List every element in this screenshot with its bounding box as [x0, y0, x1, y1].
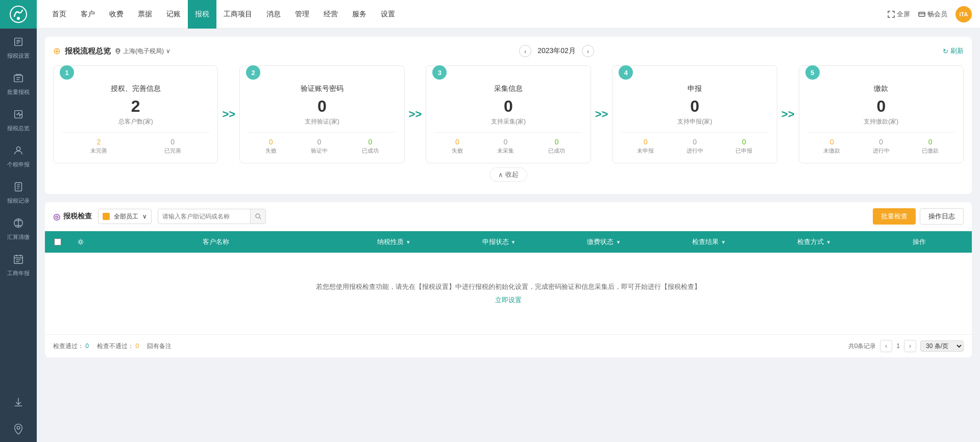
steps-container: 1 授权、完善信息 2 总客户数(家) 2 未完善 0 已完善	[53, 65, 964, 163]
step-title-2: 验证账号密码	[248, 84, 396, 93]
search-input[interactable]	[158, 213, 250, 220]
sidebar-label-tax-overview: 报税总览	[7, 125, 30, 132]
location-icon	[10, 421, 27, 437]
th-operation: 操作	[867, 231, 972, 253]
setup-link[interactable]: 立即设置	[495, 296, 522, 305]
step-num-3: 3	[432, 65, 447, 80]
sidebar-item-tax-settings[interactable]: 报税设置	[0, 29, 37, 65]
nav-accounting[interactable]: 记账	[159, 0, 188, 29]
filter-pay-icon[interactable]: ▼	[616, 239, 621, 245]
staff-filter-dropdown[interactable]: 全部员工 ∨	[98, 209, 152, 224]
stat-incomplete-label: 未完善	[90, 147, 107, 155]
filter-declare-icon[interactable]: ▼	[511, 239, 516, 245]
app-logo	[0, 0, 37, 29]
step-stats-2: 0 失败 0 验证中 0 已成功	[248, 132, 396, 155]
sidebar-item-batch-tax[interactable]: 批量报税	[0, 65, 37, 101]
sidebar-label-tax-settings: 报税设置	[7, 52, 30, 60]
total-records: 共0条记录	[848, 342, 876, 351]
personal-declaration-icon	[10, 142, 27, 159]
dropdown-chevron-icon: ∨	[142, 213, 147, 220]
sidebar-item-personal-declaration[interactable]: 个税申报	[0, 137, 37, 174]
table-footer: 检查通过： 0 检查不通过： 0 囧有备注 共0条记录 ‹ 1 › 30 条/页…	[45, 334, 972, 357]
flow-title-icon: ⊕	[53, 45, 61, 57]
sidebar-item-tax-records[interactable]: 报税记录	[0, 174, 37, 210]
user-avatar[interactable]: iTA	[955, 6, 972, 22]
filter-tax-type-icon[interactable]: ▼	[406, 239, 411, 245]
sidebar-label-settlement: 汇算清缴	[7, 233, 30, 241]
sidebar-label-personal: 个税申报	[7, 161, 30, 168]
failed-label: 检查不通过： 0	[97, 342, 139, 351]
download-icon	[10, 394, 27, 410]
step-desc-4: 支持申报(家)	[621, 117, 768, 126]
stat-incomplete: 2 未完善	[90, 138, 107, 155]
sidebar-item-annual-report[interactable]: 工商年报	[0, 246, 37, 282]
prev-month-button[interactable]: ‹	[519, 45, 531, 57]
fullscreen-button[interactable]: 全屏	[888, 10, 910, 19]
th-tax-type: 纳税性质 ▼	[341, 231, 447, 253]
select-all-checkbox[interactable]	[54, 238, 61, 245]
nav-messages[interactable]: 消息	[259, 0, 288, 29]
sidebar-label-annual-report: 工商年报	[7, 269, 30, 277]
location-pin-icon	[115, 48, 121, 54]
nav-management[interactable]: 管理	[288, 0, 316, 29]
batch-check-button[interactable]: 批量检查	[873, 208, 916, 225]
dropdown-arrow-icon: ∨	[166, 47, 170, 55]
collapse-button[interactable]: ∧ 收起	[489, 167, 527, 182]
settings-icon[interactable]	[77, 238, 84, 245]
th-client-name: 客户名称	[91, 231, 341, 253]
svg-point-1	[17, 17, 20, 20]
location-selector[interactable]: 上海(电子税局) ∨	[115, 47, 170, 56]
svg-point-26	[256, 214, 260, 218]
refresh-button[interactable]: ↻ 刷新	[943, 46, 964, 56]
nav-invoices[interactable]: 票据	[131, 0, 159, 29]
sidebar-item-tax-overview[interactable]: 报税总览	[0, 101, 37, 137]
prev-page-button[interactable]: ‹	[880, 340, 892, 352]
tax-overview-icon	[10, 106, 27, 122]
nav-clients[interactable]: 客户	[74, 0, 102, 29]
search-icon	[255, 213, 261, 219]
sidebar-item-settlement[interactable]: 汇算清缴	[0, 210, 37, 246]
step-num-5: 5	[805, 65, 820, 80]
member-button[interactable]: 畅会员	[918, 10, 947, 19]
passed-label: 检查通过： 0	[53, 342, 89, 351]
step-count-2: 0	[248, 97, 396, 115]
sidebar: 报税设置 批量报税 报税总览 个税申报	[0, 0, 37, 442]
content-area: ⊕ 报税流程总览 上海(电子税局) ∨ ‹ 2023年02月 › ↻	[37, 29, 980, 442]
step-num-4: 4	[619, 65, 633, 80]
nav-fees[interactable]: 收费	[102, 0, 131, 29]
failed-count[interactable]: 0	[135, 342, 139, 350]
operation-log-button[interactable]: 操作日志	[920, 208, 964, 225]
month-navigation: ‹ 2023年02月 ›	[519, 45, 594, 57]
stat-complete: 0 已完善	[164, 138, 181, 155]
search-button[interactable]	[250, 209, 265, 224]
svg-point-23	[17, 426, 20, 429]
nav-settings[interactable]: 设置	[374, 0, 402, 29]
sidebar-item-download[interactable]	[0, 389, 37, 415]
settlement-icon	[10, 215, 27, 231]
nav-operations[interactable]: 经营	[316, 0, 345, 29]
next-page-button[interactable]: ›	[904, 340, 916, 352]
svg-point-25	[117, 50, 119, 52]
step-stats-4: 0 未申报 0 进行中 0 已申报	[621, 132, 768, 155]
th-checkbox	[45, 232, 70, 252]
nav-home[interactable]: 首页	[45, 0, 74, 29]
tax-check-card: ◎ 报税检查 全部员工 ∨ 批量检查	[45, 202, 972, 357]
nav-tax[interactable]: 报税	[188, 0, 216, 29]
filter-result-icon[interactable]: ▼	[721, 239, 726, 245]
step-desc-1: 总客户数(家)	[62, 117, 209, 126]
per-page-select[interactable]: 30 条/页 50 条/页 100 条/页	[920, 340, 964, 352]
step-desc-2: 支持验证(家)	[248, 117, 396, 126]
step-card-1: 1 授权、完善信息 2 总客户数(家) 2 未完善 0 已完善	[53, 65, 218, 163]
svg-point-0	[10, 6, 27, 22]
filter-method-icon[interactable]: ▼	[826, 239, 831, 245]
staff-icon	[103, 213, 110, 220]
step-card-4: 4 申报 0 支持申报(家) 0 未申报 0 进行中	[612, 65, 777, 163]
next-month-button[interactable]: ›	[582, 45, 594, 57]
step-title-3: 采集信息	[434, 84, 582, 93]
navbar: 首页 客户 收费 票据 记账 报税 工商项目 消息 管理 经营 服务 设置 全屏…	[37, 0, 980, 29]
sidebar-item-location[interactable]	[0, 415, 37, 442]
sidebar-label-tax-records: 报税记录	[7, 197, 30, 205]
nav-services[interactable]: 服务	[345, 0, 374, 29]
passed-count[interactable]: 0	[85, 342, 89, 350]
nav-business[interactable]: 工商项目	[216, 0, 259, 29]
